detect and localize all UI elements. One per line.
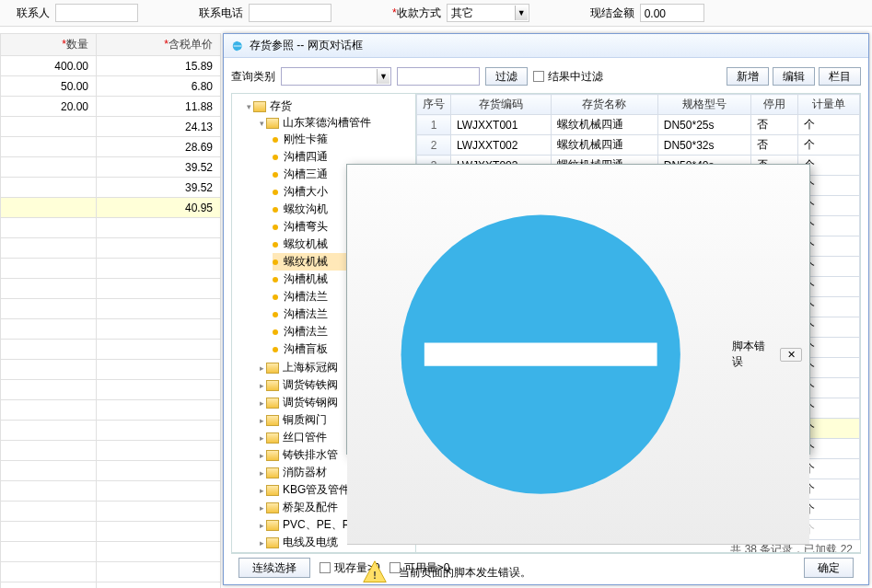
ie-icon: [231, 40, 244, 52]
bg-grid-row[interactable]: 40.95: [1, 198, 221, 218]
ie-icon: [355, 168, 727, 540]
ok-button[interactable]: 确定: [804, 558, 854, 578]
query-label: 查询类别: [231, 69, 275, 85]
dialog-titlebar[interactable]: 存货参照 -- 网页对话框: [224, 34, 868, 58]
tree-branch[interactable]: 山东莱德沟槽管件: [283, 116, 371, 129]
new-button[interactable]: 新增: [727, 67, 769, 86]
error-titlebar[interactable]: 脚本错误 ✕: [347, 165, 809, 545]
columns-button[interactable]: 栏目: [819, 67, 861, 86]
tree-leaf[interactable]: 刚性卡箍: [273, 131, 413, 148]
bg-grid-header: *数量 *含税单价: [1, 34, 221, 56]
grid-header: 序号 存货编码 存货名称 规格型号 停用 计量单: [417, 95, 860, 115]
bg-grid-row[interactable]: 39.52: [1, 178, 221, 198]
script-error-dialog: 脚本错误 ✕ ! 当前页面的脚本发生错误。 行:199 Char:1 错误:对象…: [346, 164, 810, 455]
filter-in-result-checkbox[interactable]: 结果中过滤: [533, 69, 603, 85]
query-row: 查询类别 ▼ 过滤 结果中过滤 新增 编辑 栏目: [231, 63, 861, 89]
table-row[interactable]: 2LWJXXT002螺纹机械四通DN50*32s否个: [417, 135, 860, 156]
error-heading: 当前页面的脚本发生错误。: [399, 565, 531, 581]
bg-grid-row[interactable]: 400.0015.89: [1, 56, 221, 76]
bg-grid-row[interactable]: 28.69: [1, 137, 221, 157]
filter-button[interactable]: 过滤: [485, 67, 528, 86]
folder-icon: [253, 99, 270, 112]
query-type-combo[interactable]: [281, 67, 391, 86]
edit-button[interactable]: 编辑: [773, 67, 815, 86]
error-title-text: 脚本错误: [732, 339, 769, 370]
table-row[interactable]: 1LWJXXT001螺纹机械四通DN50*25s否个: [417, 115, 860, 135]
phone-input[interactable]: [249, 4, 331, 22]
chevron-down-icon[interactable]: ▼: [515, 6, 528, 20]
bg-grid-row[interactable]: 20.0011.88: [1, 97, 221, 117]
bg-grid-row[interactable]: 50.006.80: [1, 76, 221, 97]
cash-amount: 0.00: [640, 4, 704, 22]
contact-input[interactable]: [55, 4, 138, 22]
query-text-input[interactable]: [397, 67, 480, 86]
close-icon[interactable]: ✕: [780, 348, 802, 362]
form-header: 联系人 联系电话 *收款方式 ▼ 现结金额 0.00: [0, 0, 872, 27]
dialog-title-text: 存货参照 -- 网页对话框: [250, 38, 363, 53]
bg-grid-row[interactable]: 39.52: [1, 157, 221, 178]
warning-icon: !: [362, 559, 388, 585]
svg-text:!: !: [373, 570, 377, 581]
chevron-down-icon[interactable]: ▼: [377, 69, 389, 84]
folder-icon: [266, 116, 283, 129]
pay-label: 收款方式: [397, 6, 441, 19]
contact-label: 联系人: [17, 6, 50, 21]
bg-grid-row[interactable]: 24.13: [1, 117, 221, 137]
tree-root[interactable]: 存货: [270, 99, 292, 112]
background-grid: *数量 *含税单价 400.0015.8950.006.8020.0011.88…: [0, 33, 221, 588]
cash-label: 现结金额: [590, 6, 634, 21]
phone-label: 联系电话: [199, 6, 243, 21]
continuous-select-button[interactable]: 连续选择: [238, 558, 310, 578]
